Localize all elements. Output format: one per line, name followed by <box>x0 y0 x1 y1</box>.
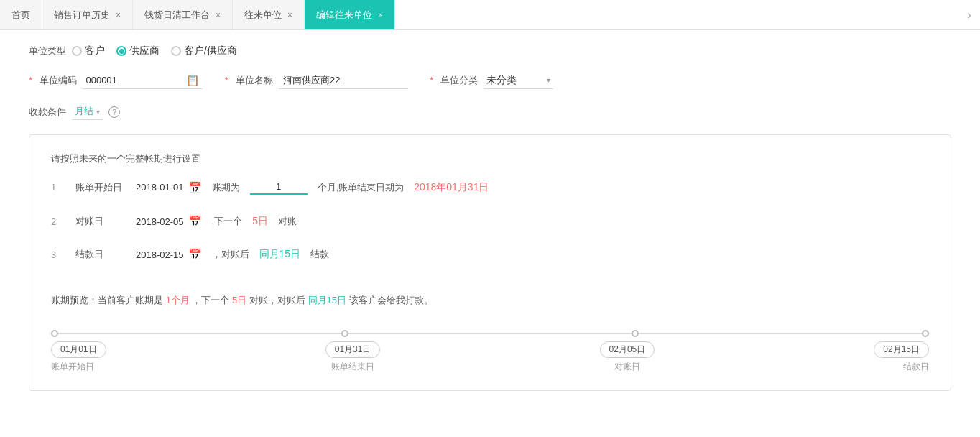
main-content: 单位类型 客户 供应商 客户/供应商 * 单位编码 <box>0 30 980 437</box>
unit-name-group: * 单位名称 <box>224 72 407 89</box>
unit-info-row: * 单位编码 📋 * 单位名称 * 单位分类 未分类 ▾ <box>29 72 951 89</box>
timeline-label-1: 01月31日 账单结束日 <box>325 341 381 373</box>
reconcile-desc-post: 对账 <box>278 215 297 228</box>
radio-customer[interactable]: 客户 <box>72 45 105 58</box>
preview-prefix: 账期预览：当前客户账期是 <box>51 295 163 305</box>
start-date-row: 1 账单开始日 2018-01-01 📅 账期为 个月,账单结束日期为 2018… <box>51 180 929 195</box>
timeline-bubble-2: 02月05日 <box>600 341 655 358</box>
payment-terms-label: 收款条件 <box>29 106 66 119</box>
period-settings-section: 请按照未来的一个完整帐期进行设置 1 账单开始日 2018-01-01 📅 账期… <box>29 134 951 391</box>
unit-name-star: * <box>224 75 228 86</box>
unit-name-label: 单位名称 <box>236 74 273 87</box>
timeline-bubble-1: 01月31日 <box>325 341 381 358</box>
unit-type-row: 单位类型 客户 供应商 客户/供应商 <box>29 45 951 58</box>
payment-terms-help-icon[interactable]: ? <box>108 106 120 118</box>
tab-cash-ledger-label: 钱货日清工作台 <box>144 9 210 22</box>
tab-home-label: 首页 <box>11 9 30 22</box>
period-input[interactable] <box>250 180 308 195</box>
timeline: 01月01日 账单开始日 01月31日 账单结束日 02月05日 对账日 02月… <box>51 330 929 373</box>
unit-category-select[interactable]: 未分类 ▾ <box>484 73 553 89</box>
timeline-dot-2 <box>632 330 639 337</box>
payment-desc-post: 结款 <box>310 248 329 261</box>
preview-text: 账期预览：当前客户账期是 1个月 ，下一个 5日 对账，对账后 同月15日 该客… <box>51 281 929 323</box>
timeline-bubble-3: 02月15日 <box>874 341 929 358</box>
period-end-date: 2018年01月31日 <box>414 181 489 194</box>
payment-terms-select[interactable]: 月结 ▾ <box>72 104 103 120</box>
preview-part3: 同月15日 <box>308 295 346 305</box>
tab-units-close[interactable]: × <box>287 10 292 20</box>
row-num-1: 1 <box>51 182 65 193</box>
start-date-label: 账单开始日 <box>75 181 126 194</box>
tab-units-label: 往来单位 <box>244 9 282 22</box>
tab-units[interactable]: 往来单位 × <box>233 0 305 29</box>
unit-code-group: * 单位编码 📋 <box>29 73 203 89</box>
preview-part2: 5日 <box>232 295 246 305</box>
preview-comma1: ，下一个 <box>192 295 229 305</box>
payment-date-field: 2018-02-15 📅 <box>136 248 202 261</box>
payment-terms-row: 收款条件 月结 ▾ ? <box>29 104 951 120</box>
reconcile-desc-pre: ,下一个 <box>212 215 243 228</box>
period-unit-text: 个月,账单结束日期为 <box>318 181 405 194</box>
unit-code-star: * <box>29 75 32 86</box>
payment-date-calendar-icon[interactable]: 📅 <box>188 248 202 261</box>
timeline-label-0: 01月01日 账单开始日 <box>51 341 106 373</box>
payment-date-row: 3 结款日 2018-02-15 📅 ，对账后 同月15日 结款 <box>51 248 929 261</box>
payment-terms-chevron: ▾ <box>96 108 100 116</box>
radio-both[interactable]: 客户/供应商 <box>171 45 237 58</box>
unit-code-copy-icon[interactable]: 📋 <box>186 74 200 87</box>
timeline-dot-0 <box>51 330 58 337</box>
unit-category-chevron: ▾ <box>547 76 550 84</box>
timeline-label-2: 02月05日 对账日 <box>600 341 655 373</box>
timeline-sublabel-1: 账单结束日 <box>331 361 374 373</box>
unit-type-label: 单位类型 <box>29 45 66 58</box>
tab-edit-unit[interactable]: 编辑往来单位 × <box>305 0 395 29</box>
unit-type-radio-group: 客户 供应商 客户/供应商 <box>72 45 237 58</box>
timeline-dot-3 <box>922 330 929 337</box>
radio-customer-label: 客户 <box>85 45 105 58</box>
row-num-2: 2 <box>51 216 65 227</box>
reconcile-date-value: 2018-02-05 <box>136 216 184 227</box>
tab-sales-history[interactable]: 销售订单历史 × <box>42 0 133 29</box>
tab-scroll-right[interactable]: › <box>958 0 980 29</box>
reconcile-date-field: 2018-02-05 📅 <box>136 215 202 228</box>
timeline-segment-2 <box>348 333 632 334</box>
reconcile-day-highlight: 5日 <box>252 215 268 228</box>
radio-supplier-circle <box>116 46 126 56</box>
timeline-bubble-0: 01月01日 <box>51 341 106 358</box>
preview-part1: 1个月 <box>166 295 190 305</box>
start-date-calendar-icon[interactable]: 📅 <box>188 181 202 194</box>
unit-type-group: 单位类型 客户 供应商 客户/供应商 <box>29 45 237 58</box>
unit-code-label: 单位编码 <box>40 74 77 87</box>
preview-text1: 对账，对账后 <box>249 295 305 305</box>
unit-category-value: 未分类 <box>486 74 544 87</box>
unit-category-group: * 单位分类 未分类 ▾ <box>430 73 553 89</box>
tab-home[interactable]: 首页 <box>0 0 42 29</box>
timeline-sublabel-0: 账单开始日 <box>51 361 94 373</box>
tab-cash-ledger[interactable]: 钱货日清工作台 × <box>133 0 233 29</box>
payment-desc-pre: ，对账后 <box>212 248 249 261</box>
tab-edit-unit-label: 编辑往来单位 <box>316 9 372 22</box>
payment-terms-value: 月结 <box>75 105 93 118</box>
timeline-segment-3 <box>639 333 922 334</box>
radio-supplier[interactable]: 供应商 <box>116 45 160 58</box>
tab-bar: 首页 销售订单历史 × 钱货日清工作台 × 往来单位 × 编辑往来单位 × › <box>0 0 980 30</box>
radio-customer-circle <box>72 46 82 56</box>
tab-edit-unit-close[interactable]: × <box>378 10 383 20</box>
reconcile-date-calendar-icon[interactable]: 📅 <box>188 215 202 228</box>
period-label: 账期为 <box>212 181 240 194</box>
row-num-3: 3 <box>51 249 65 260</box>
unit-code-input[interactable] <box>85 75 186 86</box>
unit-name-input[interactable] <box>279 72 408 89</box>
payment-terms-group: 收款条件 月结 ▾ ? <box>29 104 120 120</box>
payment-date-value: 2018-02-15 <box>136 249 184 260</box>
radio-supplier-label: 供应商 <box>129 45 160 58</box>
tab-cash-ledger-close[interactable]: × <box>216 10 221 20</box>
radio-both-label: 客户/供应商 <box>184 45 237 58</box>
timeline-sublabel-2: 对账日 <box>614 361 640 373</box>
timeline-segment-1 <box>58 333 341 334</box>
start-date-value: 2018-01-01 <box>136 182 184 193</box>
tab-sales-history-close[interactable]: × <box>116 10 121 20</box>
unit-category-label: 单位分类 <box>440 74 478 87</box>
timeline-label-3: 02月15日 结款日 <box>874 341 929 373</box>
section-intro: 请按照未来的一个完整帐期进行设置 <box>51 152 929 165</box>
